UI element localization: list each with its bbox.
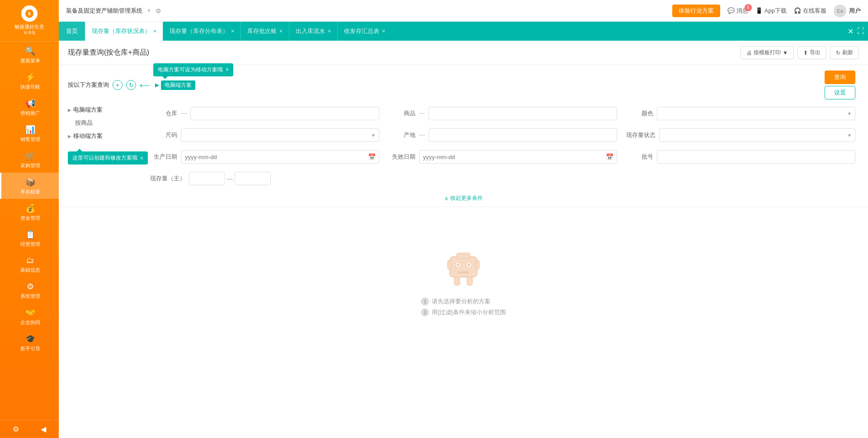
origin-dots[interactable]: ··· [419, 131, 425, 139]
support-group[interactable]: 🎧 在线客服 [794, 7, 826, 15]
tab-item-0[interactable]: 现存量（库存状况表） × [85, 22, 163, 41]
active-scheme-tag[interactable]: 电脑端方案 [161, 80, 195, 90]
prod-date-icon[interactable]: 📅 [368, 153, 376, 160]
query-btn[interactable]: 查询 [825, 71, 855, 84]
filter-refresh-btn[interactable]: ↻ [126, 80, 136, 90]
color-select[interactable] [657, 107, 855, 120]
sidebar-item-enterprise[interactable]: 🤝 企业协同 [0, 303, 59, 330]
message-icon: 💬 [727, 7, 735, 14]
sidebar-item-marketing[interactable]: 📢 营销推广 [0, 94, 59, 120]
system-name: 装备及固定资产辅助管理系统 [66, 7, 142, 15]
user-label: 用户 [849, 7, 861, 15]
sidebar-item-finance[interactable]: 💰 资金管理 [0, 199, 59, 225]
tab-home[interactable]: 首页 [59, 22, 85, 41]
tab-item-2[interactable]: 库存批次账 × [241, 22, 289, 41]
active-scheme-label: 电脑端方案 [165, 81, 192, 89]
header-sep: ▼ [146, 7, 152, 14]
expiry-date-icon[interactable]: 📅 [606, 153, 613, 160]
sidebar-item-purchase[interactable]: 🛒 采购管理 [0, 146, 59, 173]
support-icon: 🎧 [794, 7, 801, 14]
tab-close-1[interactable]: × [231, 28, 234, 34]
tab-close-0[interactable]: × [153, 28, 156, 34]
sidebar: 6 畅捷通好生意 标准版 🔍 搜索菜单 ⚡ 快捷导航 📢 营销推广 📊 销售管理… [0, 0, 59, 438]
svg-rect-2 [450, 257, 477, 277]
size-select-wrap [181, 128, 379, 142]
sidebar-icon-enterprise: 🤝 [25, 308, 35, 318]
tab-close-4[interactable]: × [382, 28, 385, 34]
tab-close-2[interactable]: × [279, 28, 283, 34]
size-select[interactable] [181, 128, 379, 142]
scheme-item-1[interactable]: 按商品 [75, 118, 145, 128]
refresh-btn[interactable]: ↻ 刷新 [830, 46, 859, 59]
sidebar-item-operations[interactable]: 📋 经营管理 [0, 225, 59, 251]
tooltip2-close-btn[interactable]: × [140, 155, 143, 161]
tab-item-4[interactable]: 收发存汇总表 × [337, 22, 392, 41]
sidebar-item-inventory[interactable]: 📦 库存核算 [0, 173, 59, 199]
user-avatar[interactable]: Ea 用户 [834, 5, 861, 17]
tooltip1-close-btn[interactable]: × [226, 66, 229, 73]
sidebar-item-system[interactable]: ⚙ 系统管理 [0, 277, 59, 303]
sidebar-icon-basic: 🗂 [26, 256, 34, 265]
sidebar-icon-search: 🔍 [25, 46, 35, 56]
empty-tip-2: 2 用[过滤]条件来缩小分析范围 [421, 308, 505, 316]
sidebar-item-sales[interactable]: 📊 销售管理 [0, 120, 59, 146]
goods-dots[interactable]: ··· [419, 109, 425, 118]
warehouse-dots[interactable]: ··· [181, 109, 187, 118]
svg-rect-3 [457, 253, 470, 259]
sidebar-label-inventory: 库存核算 [20, 188, 40, 195]
filter-goods-cell: 商品 ··· [388, 104, 621, 123]
warehouse-input[interactable] [190, 107, 379, 120]
prod-date-input[interactable] [181, 150, 379, 164]
avatar-circle: Ea [834, 5, 846, 17]
warehouse-input-wrap [190, 107, 379, 120]
goods-label: 商品 [388, 109, 415, 118]
tab-item-3[interactable]: 出入库流水 × [289, 22, 337, 41]
scheme-tree-mobile: ▶ 移动端方案 [68, 130, 145, 142]
stock-status-select[interactable] [659, 128, 855, 142]
filter-back-btn[interactable]: ⟵ [140, 80, 150, 90]
app-download-group[interactable]: 📱 App下载 [755, 7, 787, 15]
header-settings-icon[interactable]: ⚙ [156, 7, 161, 14]
filter-stock-main-cell: 现存量（主） — [150, 169, 383, 188]
template-print-btn[interactable]: 🖨 按模板打印 ▼ [741, 46, 794, 59]
stock-status-label: 现存量状态 [626, 131, 656, 139]
stock-main-to[interactable] [235, 172, 271, 185]
logo-icon: 6 [21, 5, 38, 22]
tip-text-2: 用[过滤]条件来缩小分析范围 [432, 308, 505, 316]
filter-area: 按以下方案查询 + ↻ ⟵ ▶ 电脑端方案 电脑方案可设为移动方案哦 × [59, 65, 868, 207]
svg-text:6: 6 [28, 11, 31, 16]
tip-num-1: 1 [421, 297, 429, 306]
sidebar-label-finance: 资金管理 [20, 215, 40, 221]
tab-item-1[interactable]: 现存量（库存分布表） × [163, 22, 241, 41]
sidebar-item-basic[interactable]: 🗂 基础信息 [0, 251, 59, 277]
reset-btn[interactable]: 设置 [825, 86, 855, 99]
batch-input[interactable] [657, 150, 855, 164]
header-icon-group: 💬 消息 6 📱 App下载 🎧 在线客服 Ea 用户 [727, 5, 861, 17]
svg-rect-8 [458, 271, 469, 273]
collapse-bar[interactable]: ∧ 收起更多条件 [68, 191, 859, 207]
export-btn[interactable]: ⬆ 导出 [797, 46, 826, 59]
tab-expand-icon[interactable]: ⛶ [857, 27, 864, 35]
sidebar-nav: 🔍 搜索菜单 ⚡ 快捷导航 📢 营销推广 📊 销售管理 🛒 采购管理 📦 库存核… [0, 42, 59, 420]
sidebar-item-newbie[interactable]: 🎓 新手引导 [0, 330, 59, 356]
origin-input-wrap [429, 128, 617, 142]
industry-btn[interactable]: 体验行业方案 [672, 5, 720, 17]
stock-main-from[interactable] [189, 172, 225, 185]
message-icon-group[interactable]: 💬 消息 6 [727, 7, 748, 15]
empty-tips: 1 请先选择要分析的方案 2 用[过滤]条件来缩小分析范围 [421, 297, 505, 319]
mobile-scheme-label: 移动端方案 [73, 132, 103, 140]
sidebar-item-search[interactable]: 🔍 搜索菜单 [0, 42, 59, 68]
goods-input[interactable] [429, 107, 617, 120]
tab-label-1: 现存量（库存分布表） [170, 27, 228, 35]
filter-add-btn[interactable]: + [113, 80, 123, 90]
filter-expiry-date-cell: 失效日期 📅 [388, 147, 621, 166]
support-label: 在线客服 [803, 7, 826, 15]
expiry-date-input[interactable] [419, 150, 618, 164]
origin-input[interactable] [429, 128, 617, 142]
sidebar-item-guide[interactable]: ⚡ 快捷导航 [0, 68, 59, 94]
collapse-icon[interactable]: ◀ [41, 425, 46, 433]
tab-close-all-icon[interactable]: ✕ [848, 27, 854, 36]
settings-icon[interactable]: ⚙ [13, 425, 19, 433]
sidebar-icon-marketing: 📢 [25, 99, 35, 108]
tab-close-3[interactable]: × [328, 28, 331, 34]
